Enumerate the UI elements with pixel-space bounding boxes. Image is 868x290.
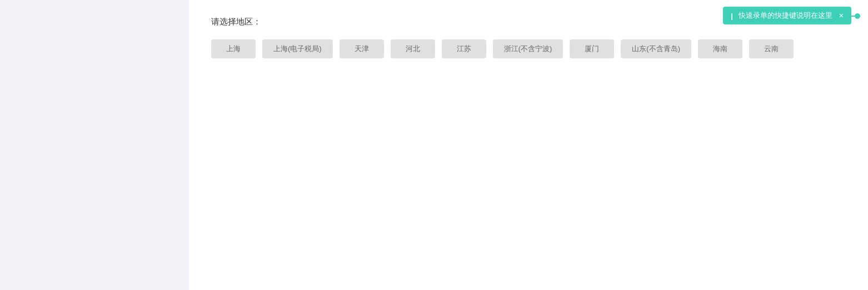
tooltip-text: 快速录单的快捷键说明在这里	[739, 11, 832, 21]
region-button-shandong[interactable]: 山东(不含青岛)	[621, 39, 691, 58]
region-buttons: 上海上海(电子税局)天津河北江苏浙江(不含宁波)厦门山东(不含青岛)海南云南	[211, 39, 846, 58]
tooltip-close-button[interactable]: ×	[839, 11, 844, 20]
left-sidebar	[0, 0, 189, 290]
tooltip-dot	[855, 13, 860, 19]
region-button-yunnan[interactable]: 云南	[749, 39, 794, 58]
region-button-shanghai[interactable]: 上海	[211, 39, 256, 58]
tooltip-banner: 快速录单的快捷键说明在这里 ×	[723, 7, 851, 24]
region-button-hebei[interactable]: 河北	[391, 39, 435, 58]
region-button-tianjin[interactable]: 天津	[340, 39, 384, 58]
tooltip-line	[845, 16, 855, 17]
region-button-zhejiang[interactable]: 浙江(不含宁波)	[493, 39, 563, 58]
region-button-jiangsu[interactable]: 江苏	[442, 39, 486, 58]
main-content: 请选择地区： 上海上海(电子税局)天津河北江苏浙江(不含宁波)厦门山东(不含青岛…	[189, 0, 868, 290]
region-button-hainan[interactable]: 海南	[698, 39, 742, 58]
region-button-xiamen[interactable]: 厦门	[570, 39, 614, 58]
region-button-shanghai-etax[interactable]: 上海(电子税局)	[262, 39, 333, 58]
